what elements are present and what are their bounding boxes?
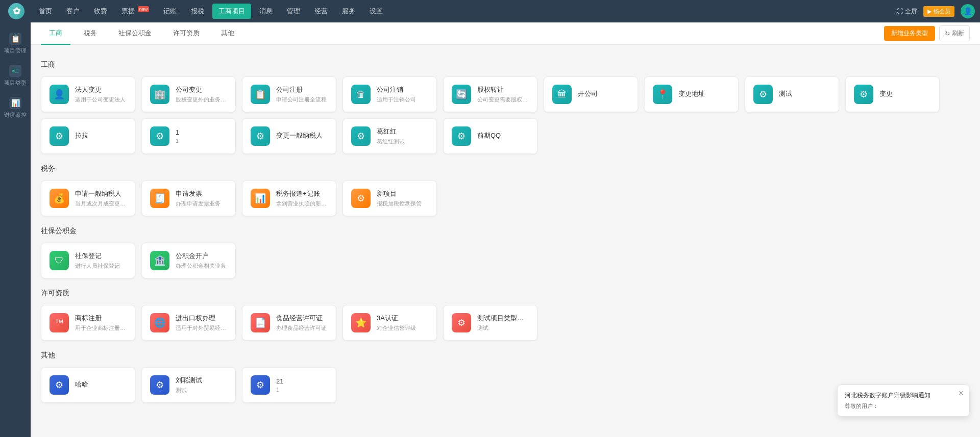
nav-gongshang[interactable]: 工商项目 — [212, 4, 251, 19]
new-type-button[interactable]: 新增业务类型 — [884, 26, 935, 41]
card-desc-new-project: 报税加税控盘保管 — [377, 200, 428, 208]
card-name-address: 变更地址 — [678, 89, 730, 98]
card-name-company-change: 公司变更 — [176, 85, 227, 94]
shuiwu-cards: 💰 申请一般纳税人 当月或次月成变更完成 🧾 申请发票 办理申请发票业务 📊 税… — [41, 181, 970, 216]
card-name-lala: 拉拉 — [75, 131, 127, 140]
card-change-tax[interactable]: ⚙ 变更一般纳税人 — [242, 118, 336, 154]
card-icon-shebao-register: 🛡 — [50, 251, 69, 270]
card-desc-equity: 公司变更需要股权转让 — [477, 96, 529, 104]
card-name-qqcard: 前期QQ — [477, 131, 529, 140]
card-3a-cert[interactable]: ⭐ 3A认证 对企业信誉评级 — [342, 305, 437, 341]
nav-message[interactable]: 消息 — [253, 4, 279, 19]
nav-bookkeeping[interactable]: 记账 — [157, 4, 183, 19]
card-faren-biangeng[interactable]: 👤 法人变更 适用于公司变更法人 — [41, 76, 135, 112]
nav-operation[interactable]: 经营 — [308, 4, 334, 19]
card-fund-account[interactable]: 🏦 公积金开户 办理公积金相关业务 — [141, 243, 236, 278]
notification-text: 尊敬的用户： — [845, 402, 962, 410]
card-one[interactable]: ⚙ 1 1 — [141, 118, 236, 154]
xuke-cards: ™ 商标注册 用于企业商标注册服务 🌐 进出口权办理 适用于对外贸易经营者 📄 … — [41, 305, 970, 341]
card-trademark[interactable]: ™ 商标注册 用于企业商标注册服务 — [41, 305, 135, 341]
card-company-cancel[interactable]: 🗑 公司注销 适用于注销公司 — [342, 76, 437, 112]
card-icon-21: ⚙ — [251, 375, 270, 395]
card-icon-test1: ⚙ — [753, 85, 773, 104]
tab-qita[interactable]: 其他 — [213, 22, 242, 45]
card-desc-company-register: 申请公司注册全流程 — [276, 96, 328, 104]
card-icon-lala: ⚙ — [50, 126, 69, 146]
nav-fee[interactable]: 收费 — [88, 4, 113, 19]
card-name-test-type: 测试项目类型自定义 — [477, 314, 529, 323]
card-name-test1: 测试 — [779, 89, 830, 98]
card-desc-21: 1 — [276, 387, 328, 393]
card-new-project[interactable]: ⚙ 新项目 报税加税控盘保管 — [342, 181, 437, 216]
card-tax-plus-bookkeeping[interactable]: 📊 税务报道+记账 拿到营业执照的新公司 — [242, 181, 336, 216]
card-food-permit[interactable]: 📄 食品经营许可证 办理食品经营许可证 — [242, 305, 336, 341]
refresh-button[interactable]: ↻ 刷新 — [939, 25, 970, 41]
notification-title: 河北税务数字账户升级影响通知 — [845, 391, 962, 400]
card-name-equity: 股权转让 — [477, 85, 529, 94]
card-open-company[interactable]: 🏛 开公司 — [544, 76, 638, 112]
nav-home[interactable]: 首页 — [33, 4, 58, 19]
card-desc-trademark: 用于企业商标注册服务 — [75, 324, 127, 332]
card-icon-tax-plus: 📊 — [251, 189, 270, 208]
tab-gongshang[interactable]: 工商 — [41, 22, 70, 45]
vip-button[interactable]: ▶ 畅会员 — [923, 6, 954, 17]
card-import-export[interactable]: 🌐 进出口权办理 适用于对外贸易经营者 — [141, 305, 236, 341]
sidebar-item-progress-monitor[interactable]: 📊 进度监控 — [0, 92, 31, 124]
card-change1[interactable]: ⚙ 变更 — [845, 76, 940, 112]
tab-actions: 新增业务类型 ↻ 刷新 — [884, 25, 970, 41]
fullscreen-btn[interactable]: ⛶ 全屏 — [897, 7, 917, 16]
card-desc-test-type: 测试 — [477, 324, 529, 332]
nav-manage[interactable]: 管理 — [281, 4, 306, 19]
project-management-icon: 📋 — [9, 33, 21, 45]
tab-xuke[interactable]: 许可资质 — [165, 22, 208, 45]
card-name-3a-cert: 3A认证 — [377, 314, 428, 323]
nav-settings[interactable]: 设置 — [363, 4, 389, 19]
nav-tax[interactable]: 报税 — [185, 4, 210, 19]
avatar[interactable]: 👤 — [961, 4, 975, 18]
section-title-qita: 其他 — [41, 351, 970, 360]
card-icon-apply-invoice: 🧾 — [150, 189, 169, 208]
gongshang-cards: 👤 法人变更 适用于公司变更法人 🏢 公司变更 股权变更外的业务变更 📋 公司注… — [41, 76, 970, 154]
section-title-xuke: 许可资质 — [41, 289, 970, 298]
card-qqcard[interactable]: ⚙ 前期QQ — [443, 118, 537, 154]
card-haha[interactable]: ⚙ 哈哈 — [41, 367, 135, 403]
card-21[interactable]: ⚙ 21 1 — [242, 367, 336, 403]
tab-bar: 工商 税务 社保公积金 许可资质 其他 新增业务类型 ↻ 刷新 — [31, 22, 980, 45]
nav-service[interactable]: 服务 — [336, 4, 361, 19]
logo[interactable]: ✿ — [5, 0, 28, 22]
qita-cards: ⚙ 哈哈 ⚙ 刘聪测试 测试 ⚙ 21 1 — [41, 367, 970, 403]
card-icon-change1: ⚙ — [854, 85, 873, 104]
sidebar-item-project-type[interactable]: 🏷 项目类型 — [0, 60, 31, 92]
nav-right: ⛶ 全屏 ▶ 畅会员 👤 — [897, 4, 975, 18]
card-desc-gehonghong: 葛红红测试 — [377, 138, 428, 145]
tab-shuiwu[interactable]: 税务 — [76, 22, 105, 45]
card-apply-invoice[interactable]: 🧾 申请发票 办理申请发票业务 — [141, 181, 236, 216]
card-change-address[interactable]: 📍 变更地址 — [644, 76, 739, 112]
card-icon-open-company: 🏛 — [552, 85, 572, 104]
nav-ticket[interactable]: 票据 new — [115, 4, 155, 19]
card-icon-apply-tax: 💰 — [50, 189, 69, 208]
card-name-company-cancel: 公司注销 — [377, 85, 428, 94]
card-icon-food-permit: 📄 — [251, 313, 270, 332]
sidebar-item-project-management[interactable]: 📋 项目管理 — [0, 28, 31, 60]
card-test-type[interactable]: ⚙ 测试项目类型自定义 测试 — [443, 305, 537, 341]
notification-close-button[interactable]: ✕ — [958, 389, 964, 397]
card-equity-transfer[interactable]: 🔄 股权转让 公司变更需要股权转让 — [443, 76, 537, 112]
card-company-change[interactable]: 🏢 公司变更 股权变更外的业务变更 — [141, 76, 236, 112]
card-company-register[interactable]: 📋 公司注册 申请公司注册全流程 — [242, 76, 336, 112]
card-shebao-register[interactable]: 🛡 社保登记 进行人员社保登记 — [41, 243, 135, 278]
card-gehonghong[interactable]: ⚙ 葛红红 葛红红测试 — [342, 118, 437, 154]
card-name-open-company: 开公司 — [578, 89, 629, 98]
card-test1[interactable]: ⚙ 测试 — [745, 76, 839, 112]
card-icon-import-export: 🌐 — [150, 313, 169, 332]
nav-customer[interactable]: 客户 — [60, 4, 86, 19]
main-content: 工商 税务 社保公积金 许可资质 其他 新增业务类型 ↻ 刷新 工商 👤 法人变… — [31, 22, 980, 437]
card-apply-tax[interactable]: 💰 申请一般纳税人 当月或次月成变更完成 — [41, 181, 135, 216]
card-lala[interactable]: ⚙ 拉拉 — [41, 118, 135, 154]
card-name-gehonghong: 葛红红 — [377, 127, 428, 136]
card-liucong-test[interactable]: ⚙ 刘聪测试 测试 — [141, 367, 236, 403]
section-title-shebao: 社保公积金 — [41, 226, 970, 236]
card-icon-test-type: ⚙ — [452, 313, 471, 332]
tab-shebao[interactable]: 社保公积金 — [110, 22, 160, 45]
shebao-cards: 🛡 社保登记 进行人员社保登记 🏦 公积金开户 办理公积金相关业务 — [41, 243, 970, 278]
